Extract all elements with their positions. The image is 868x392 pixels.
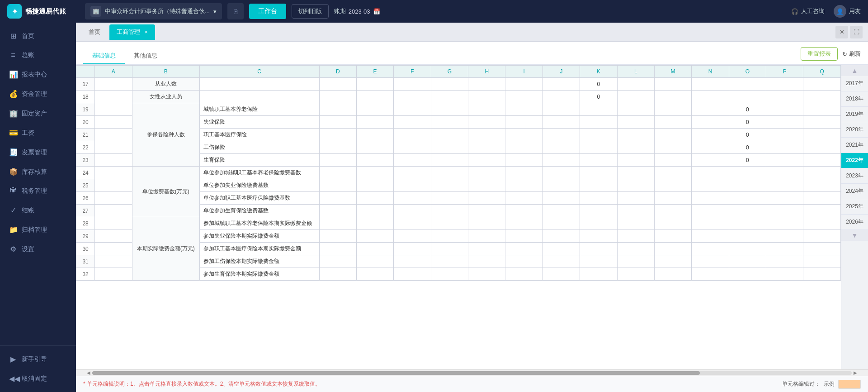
cell-j[interactable] [542, 255, 580, 268]
cell-n[interactable] [692, 116, 729, 129]
cell-g[interactable] [431, 192, 468, 205]
cell-f[interactable] [394, 141, 431, 154]
cell-i[interactable] [505, 154, 542, 167]
sidebar-item-settings[interactable]: ⚙ 设置 [0, 239, 76, 259]
cell-b-label[interactable]: 单位缴费基数(万元) [132, 167, 199, 217]
switch-version-button[interactable]: 切到旧版 [292, 4, 329, 19]
cell-j[interactable] [542, 268, 580, 281]
cell-o[interactable] [729, 78, 766, 91]
cell-a[interactable] [95, 91, 132, 103]
sub-tab-other[interactable]: 其他信息 [125, 48, 166, 64]
cell-m[interactable] [654, 179, 691, 192]
year-item[interactable]: 2017年 [841, 76, 868, 91]
sidebar-item-tax[interactable]: 🏛 税务管理 [0, 182, 76, 201]
cell-a[interactable] [95, 179, 132, 192]
cell-q[interactable] [803, 154, 841, 167]
cell-a[interactable] [95, 78, 132, 91]
reset-report-button[interactable]: 重置报表 [801, 47, 838, 61]
cell-l[interactable] [617, 179, 654, 192]
cell-j[interactable] [542, 205, 580, 217]
cell-c-label[interactable]: 单位参加城镇职工基本养老保险缴费基数 [199, 167, 319, 179]
cell-g[interactable] [431, 217, 468, 230]
cell-f[interactable] [394, 103, 431, 116]
cell-l[interactable] [617, 268, 654, 281]
cell-b-label[interactable]: 本期实际缴费金额(万元) [132, 217, 199, 281]
cell-p[interactable] [766, 179, 803, 192]
cell-a[interactable] [95, 255, 132, 268]
sidebar-item-funds[interactable]: 💰 资金管理 [0, 84, 76, 104]
cell-g[interactable] [431, 268, 468, 281]
cell-n[interactable] [692, 192, 729, 205]
cell-g[interactable] [431, 129, 468, 141]
cell-m[interactable] [654, 268, 691, 281]
cell-k[interactable] [580, 205, 617, 217]
cell-h[interactable] [468, 255, 505, 268]
cell-h[interactable] [468, 91, 505, 103]
cell-q[interactable] [803, 141, 841, 154]
cell-k[interactable] [580, 129, 617, 141]
cell-j[interactable] [542, 129, 580, 141]
cell-e[interactable] [356, 205, 393, 217]
cell-q[interactable] [803, 129, 841, 141]
cell-p[interactable] [766, 91, 803, 103]
cell-f[interactable] [394, 230, 431, 243]
cell-p[interactable] [766, 192, 803, 205]
cell-l[interactable] [617, 154, 654, 167]
year-item[interactable]: 2022年 [841, 153, 868, 168]
cell-q[interactable] [803, 167, 841, 179]
workbench-button[interactable]: 工作台 [249, 4, 286, 19]
cell-c-label[interactable]: 单位参加失业保险缴费基数 [199, 179, 319, 192]
horizontal-scrollbar[interactable]: ◀ ▶ [76, 369, 868, 376]
cell-i[interactable] [505, 167, 542, 179]
cell-c-label[interactable] [199, 91, 319, 103]
cell-f[interactable] [394, 179, 431, 192]
cell-h[interactable] [468, 103, 505, 116]
cell-e[interactable] [356, 167, 393, 179]
sidebar-item-unpin[interactable]: ◀◀ 取消固定 [0, 369, 76, 388]
cell-k[interactable]: 0 [580, 91, 617, 103]
cell-h[interactable] [468, 230, 505, 243]
cell-d[interactable] [319, 91, 356, 103]
cell-l[interactable] [617, 217, 654, 230]
cell-e[interactable] [356, 91, 393, 103]
cell-a[interactable] [95, 268, 132, 281]
cell-d[interactable] [319, 217, 356, 230]
cell-i[interactable] [505, 141, 542, 154]
cell-e[interactable] [356, 129, 393, 141]
cell-n[interactable] [692, 205, 729, 217]
cell-c-label[interactable]: 生育保险 [199, 154, 319, 167]
scroll-left-icon[interactable]: ◀ [85, 370, 92, 375]
cell-p[interactable] [766, 129, 803, 141]
close-tab-button[interactable]: ✕ [835, 26, 848, 38]
cell-b-label[interactable]: 女性从业人员 [132, 91, 199, 103]
cell-q[interactable] [803, 268, 841, 281]
cell-d[interactable] [319, 255, 356, 268]
cell-g[interactable] [431, 78, 468, 91]
cell-i[interactable] [505, 205, 542, 217]
cell-h[interactable] [468, 154, 505, 167]
cell-i[interactable] [505, 78, 542, 91]
tab-commerce[interactable]: 工商管理 × [109, 24, 155, 40]
cell-k[interactable] [580, 268, 617, 281]
cell-f[interactable] [394, 154, 431, 167]
cell-f[interactable] [394, 217, 431, 230]
cell-q[interactable] [803, 230, 841, 243]
cell-i[interactable] [505, 192, 542, 205]
cell-l[interactable] [617, 167, 654, 179]
cell-j[interactable] [542, 192, 580, 205]
sidebar-item-archive[interactable]: 📁 归档管理 [0, 220, 76, 239]
cell-m[interactable] [654, 91, 691, 103]
cell-e[interactable] [356, 78, 393, 91]
company-selector[interactable]: 🏢 中审众环会计师事务所（特殊普通合伙... ▾ [85, 3, 222, 19]
cell-a[interactable] [95, 205, 132, 217]
cell-q[interactable] [803, 91, 841, 103]
cell-i[interactable] [505, 103, 542, 116]
cell-l[interactable] [617, 255, 654, 268]
cell-p[interactable] [766, 167, 803, 179]
sidebar-item-home[interactable]: ⊞ 首页 [0, 26, 76, 46]
cell-f[interactable] [394, 192, 431, 205]
cell-o[interactable] [729, 268, 766, 281]
cell-m[interactable] [654, 192, 691, 205]
cell-o[interactable] [729, 255, 766, 268]
cell-d[interactable] [319, 78, 356, 91]
